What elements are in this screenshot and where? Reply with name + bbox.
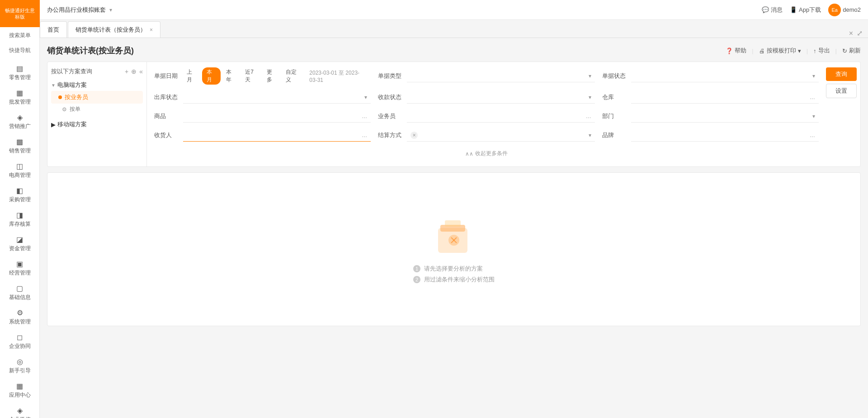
payment-control[interactable]: × ▾ [407,129,594,142]
receipt-status-control[interactable]: ▾ [407,91,594,104]
warehouse-more-icon: … [810,94,815,100]
tab-close-button[interactable]: × [150,27,153,33]
scheme-group-desktop: ▼ 电脑端方案 按业务员 ⚙ 按单 [51,79,143,115]
sidebar-item-purchase[interactable]: ◧ 采购管理 [0,183,39,207]
payment-label: 结算方式 [378,131,403,139]
wholesale-icon: ▦ [16,89,23,97]
sidebar-item-basics[interactable]: ▢ 基础信息 [0,280,39,305]
sidebar-item-appstore[interactable]: ▦ 应用中心 [0,378,39,403]
receipt-status-dropdown-icon: ▾ [589,94,591,100]
tab-expand-button[interactable]: ⤢ [857,29,863,38]
scheme-group-mobile-toggle[interactable]: ▶ 移动端方案 [51,119,143,130]
basics-icon: ▢ [16,284,23,293]
sidebar-item-sales[interactable]: ▩ 销售管理 [0,134,39,158]
tab-actions: × ⤢ [849,29,868,38]
empty-icon [431,212,476,257]
date-tab-custom[interactable]: 自定义 [282,67,304,85]
query-button[interactable]: 查询 [826,67,857,81]
payment-clear-button[interactable]: × [410,132,418,139]
sidebar-item-finance[interactable]: ◪ 资金管理 [0,232,39,256]
collapse-button[interactable]: ∧∧ 收起更多条件 [465,150,508,157]
out-status-label: 出库状态 [154,93,179,101]
scheme-panel: 按以下方案查询 + ⊕ « ▼ 电脑端方案 按业务员 [47,62,147,166]
marketing-icon: ◈ [17,113,23,122]
page-actions: ❓ 帮助 | 🖨 按模板打印 ▾ | ↑ 导出 | ↻ 刷新 [726,47,861,55]
sidebar-item-enterprise[interactable]: ◻ 企业协同 [0,329,39,354]
scheme-add-icon[interactable]: + [125,68,128,75]
main-area: 办公用品行业模拟账套 ▾ 💬 消息 📱 App下载 Ea demo2 首页 销货… [40,0,868,418]
out-status-dropdown-icon: ▾ [364,94,367,100]
query-buttons: 查询 设置 [826,62,860,166]
sidebar-item-ecommerce[interactable]: ◫ 电商管理 [0,158,39,183]
topbar-left: 办公用品行业模拟账套 ▾ [47,6,112,14]
sidebar-item-marketing[interactable]: ◈ 营销推广 [0,109,39,134]
template-print-button[interactable]: 🖨 按模板打印 ▾ [759,47,801,55]
sidebar-search[interactable]: 搜索菜单 [0,27,39,44]
department-control[interactable]: ▾ [631,110,819,123]
topbar-dropdown-arrow[interactable]: ▾ [109,7,112,13]
goods-label: 商品 [154,112,179,120]
sidebar-item-system[interactable]: ⚙ 系统管理 [0,305,39,329]
retail-icon: ▤ [16,64,23,73]
empty-hint-num-1: 1 [413,265,420,272]
date-range-text: 2023-03-01 至 2023-03-31 [309,69,367,83]
brand-control[interactable]: … [631,129,819,142]
print-dropdown-icon: ▾ [798,48,801,54]
order-status-label: 单据状态 [602,72,627,80]
app-download-button[interactable]: 📱 App下载 [790,6,821,14]
message-button[interactable]: 💬 消息 [762,6,783,14]
scheme-group-desktop-toggle[interactable]: ▼ 电脑端方案 [51,79,143,91]
date-tab-thisyear[interactable]: 本年 [222,67,240,85]
scheme-panel-header: 按以下方案查询 + ⊕ « [51,67,143,76]
out-status-control[interactable]: ▾ [183,91,371,104]
refresh-button[interactable]: ↻ 刷新 [842,47,861,55]
topbar-title: 办公用品行业模拟账套 [47,6,106,14]
receiver-control[interactable]: … [183,129,371,142]
active-dot-icon [58,95,62,99]
empty-svg-icon [431,212,476,257]
sidebar-item-wholesale[interactable]: ▦ 批发管理 [0,85,39,109]
filter-section: 按以下方案查询 + ⊕ « ▼ 电脑端方案 按业务员 [47,62,861,167]
order-type-control[interactable]: ▾ [407,70,594,82]
warehouse-control[interactable]: … [631,91,819,104]
tab-sales-stats[interactable]: 销货单统计表（按业务员） × [68,21,160,38]
sidebar-item-inventory[interactable]: ◨ 库存核算 [0,207,39,232]
tab-close-all-button[interactable]: × [849,29,853,38]
sidebar-quick-nav[interactable]: 快捷导航 [0,44,39,57]
user-menu[interactable]: Ea demo2 [828,4,861,16]
scheme-sub-item-by-order[interactable]: ⚙ 按单 [51,104,143,115]
settings-button[interactable]: 设置 [826,84,857,98]
date-tab-more[interactable]: 更多 [263,67,280,85]
export-button[interactable]: ↑ 导出 [813,47,830,55]
date-tab-7days[interactable]: 近7天 [241,67,261,85]
empty-state: 1 请先选择要分析的方案 2 用过滤条件来缩小分析范围 [404,185,504,314]
department-dropdown-icon: ▾ [812,113,815,119]
filter-item-order-type: 单据类型 ▾ [378,70,594,82]
scheme-item-by-salesperson[interactable]: 按业务员 [51,91,143,104]
goods-control[interactable]: … [183,110,371,123]
empty-state-container: 1 请先选择要分析的方案 2 用过滤条件来缩小分析范围 [47,172,861,326]
scheme-circle-add-icon[interactable]: ⊕ [131,68,137,75]
help-button[interactable]: ❓ 帮助 [726,47,746,55]
date-tab-lastmonth[interactable]: 上月 [183,67,200,85]
filter-item-department: 部门 ▾ [602,110,819,123]
receiver-label: 收货人 [154,131,179,139]
refresh-icon: ↻ [842,48,847,54]
scheme-panel-icons: + ⊕ « [125,68,143,75]
user-avatar: Ea [828,4,841,16]
sidebar-item-guide[interactable]: ◎ 新手引导 [0,354,39,378]
salesperson-control[interactable]: … [407,110,594,123]
sidebar-item-retail[interactable]: ▤ 零售管理 [0,61,39,85]
sidebar-item-wechat[interactable]: ◈ 企业微信 [0,403,39,418]
brand-label: 品牌 [602,131,627,139]
order-type-dropdown-icon: ▾ [589,73,591,79]
scheme-collapse-icon[interactable]: « [139,68,143,75]
goods-more-icon: … [362,113,367,119]
page-header: 销货单统计表(按业务员) ❓ 帮助 | 🖨 按模板打印 ▾ | ↑ 导出 | [47,45,861,56]
date-tab-thismonth[interactable]: 本月 [202,67,221,85]
sales-icon: ▩ [16,138,23,146]
sidebar-item-operations[interactable]: ▣ 经营管理 [0,256,39,280]
tab-home[interactable]: 首页 [40,21,67,38]
empty-hint-num-2: 2 [413,276,420,283]
order-status-control[interactable]: ▾ [631,70,819,82]
